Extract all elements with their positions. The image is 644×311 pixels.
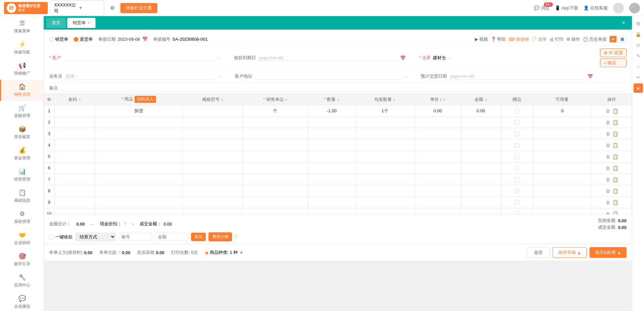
sidebar-item-wechat[interactable]: 💬 企业微信 xyxy=(0,291,43,311)
sidebar-item-apps[interactable]: 🔧 应用中心 xyxy=(0,270,43,291)
sidebar-item-system[interactable]: ⚙ 系统管理 xyxy=(0,207,43,228)
copy-icon[interactable]: 📋 xyxy=(612,211,618,215)
grid-view-btn[interactable]: ⊞ xyxy=(618,36,627,43)
cell-pack-qty[interactable]: 1个 xyxy=(355,105,415,117)
ops-btn[interactable]: ⚙ 操作 xyxy=(566,36,580,42)
calendar-icon[interactable]: 📅 xyxy=(142,37,148,42)
sidebar-item-operations[interactable]: 📊 经营管理 xyxy=(0,164,43,186)
right-panel-btn-7[interactable]: ● xyxy=(634,83,643,93)
expected-date-input[interactable] xyxy=(449,73,585,80)
right-panel-btn-2[interactable]: 🔒 xyxy=(634,30,643,39)
cell-unit-price[interactable]: 0.00 xyxy=(415,105,461,117)
tab-sales-order[interactable]: 销货单 × xyxy=(67,18,96,28)
one-click-pay-checkbox[interactable]: 一键收款 xyxy=(49,234,73,240)
delete-icon[interactable]: 🗑 xyxy=(606,108,610,114)
delete-icon[interactable]: 🗑 xyxy=(606,165,610,171)
copy-icon[interactable]: 📋 xyxy=(612,188,618,194)
cash-discount-help-icon[interactable]: ? xyxy=(124,222,126,227)
save-new-button[interactable]: 保存&新增 ▲ xyxy=(590,247,627,258)
cell-quantity[interactable]: -1.00 xyxy=(308,105,355,117)
delete-icon[interactable]: 🗑 xyxy=(606,154,610,159)
list-view-btn[interactable]: ≡ xyxy=(609,36,617,43)
copy-icon[interactable]: 📋 xyxy=(612,143,618,148)
bill-owe-help-icon[interactable]: ? xyxy=(118,250,120,255)
delete-icon[interactable]: 🗑 xyxy=(606,120,610,125)
sidebar-item-search[interactable]: ☰ 搜索菜单 xyxy=(0,16,43,37)
company-selector[interactable]: XXXXXX公司 ▼ xyxy=(50,0,104,16)
message-button[interactable]: 💬 消息 99+ xyxy=(534,5,550,11)
expected-date-calendar-icon[interactable]: 📅 xyxy=(588,74,593,79)
col-settings[interactable]: ⚙ xyxy=(44,94,54,105)
sidebar-item-finance[interactable]: 💰 资金管理 xyxy=(0,143,43,164)
right-panel-btn-1[interactable]: ⊞ xyxy=(634,19,643,28)
delete-icon[interactable]: 🗑 xyxy=(606,211,610,215)
cell-product[interactable]: 拆货 xyxy=(95,105,183,117)
remarks-input[interactable] xyxy=(60,85,627,91)
cell-gift[interactable] xyxy=(501,105,533,117)
sidebar-item-basics[interactable]: 📋 基础信息 xyxy=(0,186,43,207)
shortcut-btn[interactable]: ⌨ 快捷键 xyxy=(508,36,529,42)
scan-button[interactable]: 扫码录入 xyxy=(135,96,156,103)
fee-help-icon[interactable]: ? xyxy=(235,234,237,239)
sidebar-item-purchase[interactable]: 🛒 采购管理 xyxy=(0,101,43,122)
addr-more-icon[interactable]: ··· xyxy=(404,74,407,79)
copy-icon[interactable]: 📋 xyxy=(612,131,618,137)
delete-icon[interactable]: 🗑 xyxy=(606,177,610,182)
cell-amount[interactable]: 0.00 xyxy=(461,105,501,117)
copy-icon[interactable]: 📋 xyxy=(612,154,618,159)
salesperson-input[interactable] xyxy=(64,73,216,80)
copy-icon[interactable]: 📋 xyxy=(612,165,618,171)
avatar[interactable] xyxy=(613,3,624,13)
sidebar-item-guide[interactable]: 🎯 新手引导 xyxy=(0,249,43,270)
copy-icon[interactable]: 📋 xyxy=(612,200,618,205)
close-tab-right-icon[interactable]: × xyxy=(618,20,629,26)
sidebar-item-marketing[interactable]: 📢 营销推广 xyxy=(0,59,43,80)
discard-button[interactable]: 放弃 xyxy=(527,247,550,258)
video-btn[interactable]: ▶ 视频 xyxy=(475,36,488,42)
print-btn[interactable]: 🖨 打印 xyxy=(550,36,564,42)
sidebar-item-inventory[interactable]: 📦 库存核算 xyxy=(0,122,43,143)
history-btn[interactable]: 📋 历史单据 xyxy=(583,36,607,42)
delete-icon[interactable]: 🗑 xyxy=(606,131,610,137)
customer-addr-input[interactable] xyxy=(254,73,401,80)
copy-icon[interactable]: 📋 xyxy=(612,120,618,125)
salesperson-more-icon[interactable]: ··· xyxy=(218,74,221,79)
radio-return-order[interactable]: 退货单 xyxy=(74,36,93,42)
select-order-btn[interactable]: 📄 选单 xyxy=(532,36,547,42)
tab-home[interactable]: 首页 xyxy=(46,18,66,28)
settings-icon[interactable]: ⚙ xyxy=(107,3,118,13)
sidebar-item-collab[interactable]: 🤝 企业协同 xyxy=(0,228,43,249)
sidebar-item-sales[interactable]: 🏠 销售管理 xyxy=(0,80,43,101)
right-panel-btn-5[interactable]: ☆ xyxy=(634,62,643,71)
trial-button[interactable]: 体验行业方案 xyxy=(120,3,157,13)
fee-split-button[interactable]: 费用分摊 xyxy=(209,232,232,241)
right-panel-btn-6[interactable]: ✏ xyxy=(634,73,643,82)
warehouse-more-icon[interactable]: ··· xyxy=(448,55,452,61)
online-service-button[interactable]: 👤 在线客服 xyxy=(583,5,608,11)
radio-sales-order[interactable]: 销货单 xyxy=(49,36,68,42)
calc-method-select[interactable]: 结算方式 xyxy=(75,233,116,241)
delete-icon[interactable]: 🗑 xyxy=(606,200,610,205)
sidebar-item-quick-nav[interactable]: ⚡ 快捷导航 xyxy=(0,37,43,59)
right-panel-btn-3[interactable]: ⊙ xyxy=(634,40,643,50)
account-input[interactable] xyxy=(118,233,152,241)
avatar2[interactable] xyxy=(629,3,640,13)
help-btn[interactable]: ❓ 帮助 xyxy=(491,36,506,42)
app-download-button[interactable]: 📱 App下载 xyxy=(555,5,578,11)
add-payment-button[interactable]: 添加 xyxy=(191,233,206,241)
right-panel-btn-4[interactable]: ✎ xyxy=(634,51,643,61)
setting-button[interactable]: ⚙ ⚙ 设置 xyxy=(600,48,627,57)
tab-close-icon[interactable]: × xyxy=(88,21,90,25)
customer-input[interactable] xyxy=(63,54,215,61)
cell-spec[interactable] xyxy=(183,105,242,117)
delete-icon[interactable]: 🗑 xyxy=(606,143,610,148)
logistics-button[interactable]: + 物流 xyxy=(600,59,627,67)
copy-icon[interactable]: 📋 xyxy=(612,177,618,182)
receive-date-input[interactable] xyxy=(258,54,398,61)
delete-icon[interactable]: 🗑 xyxy=(606,188,610,194)
cell-barcode[interactable] xyxy=(54,105,95,117)
customer-more-icon[interactable]: ··· xyxy=(217,55,221,61)
save-draft-button[interactable]: 保存草稿 ▲ xyxy=(553,247,587,258)
copy-icon[interactable]: 📋 xyxy=(612,108,618,114)
amount-input[interactable] xyxy=(155,233,188,241)
